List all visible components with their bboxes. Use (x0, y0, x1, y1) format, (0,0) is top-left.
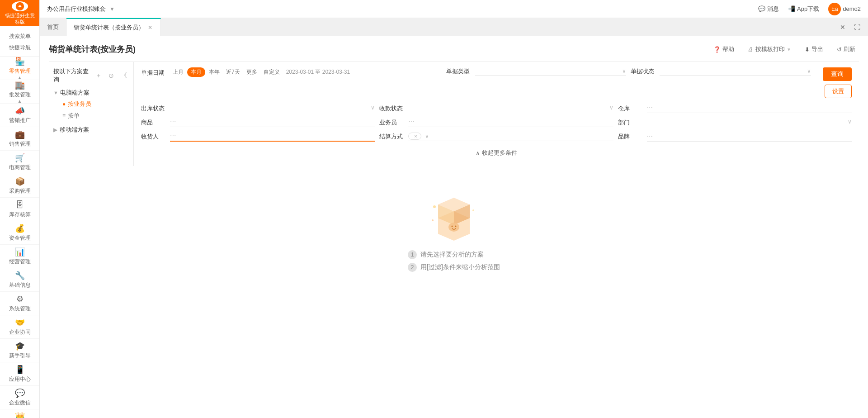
payment-tag-close[interactable]: × (414, 133, 417, 139)
add-scheme-button[interactable]: + (94, 71, 104, 81)
query-button[interactable]: 查询 (823, 67, 852, 81)
date-custom[interactable]: 自定义 (261, 67, 283, 77)
out-status-select[interactable]: ∨ (170, 104, 375, 111)
inventory-icon: 🗄 (16, 200, 24, 210)
sidebar-item-finance[interactable]: 💰 资金管理 (0, 221, 39, 245)
tabs-bar: 首页 销货单统计表（按业务员） ✕ ✕ ⛶ (40, 18, 868, 36)
date-this-month[interactable]: 本月 (187, 67, 205, 77)
sidebar-item-wechat[interactable]: 💬 企业微信 (0, 386, 39, 409)
marketing-icon: 📣 (15, 106, 25, 116)
dept-wrap[interactable]: ∨ (647, 119, 852, 126)
doc-type-wrap[interactable]: ∨ (475, 68, 627, 76)
sidebar-item-member[interactable]: 👑 畅会员 (0, 409, 39, 418)
doc-status-label: 单据状态 (631, 67, 656, 76)
settings-button[interactable]: 设置 (825, 85, 852, 98)
page-actions: ❓ 帮助 🖨 按模板打印 ▼ ⬇ 导出 ↺ 刷新 (710, 43, 859, 55)
goods-dots[interactable]: ··· (170, 118, 176, 126)
sidebar-item-operation[interactable]: 📊 经营管理 (0, 245, 39, 268)
sidebar-item-appcenter[interactable]: 📱 应用中心 (0, 362, 39, 386)
scheme-pc-toggle[interactable]: ▼ 电脑端方案 (53, 87, 129, 98)
tab-close-all-button[interactable]: ✕ (837, 22, 848, 33)
date-more[interactable]: 更多 (244, 67, 260, 77)
date-last-month[interactable]: 上月 (170, 67, 186, 77)
tab-fullscreen-button[interactable]: ⛶ (852, 22, 863, 33)
salesperson-dots[interactable]: ··· (408, 118, 414, 126)
sidebar-item-retail[interactable]: 🏪 零售管理 ▲ (0, 57, 39, 80)
collapse-bar[interactable]: ∧ 收起更多条件 (141, 146, 852, 161)
brand-wrap: ··· (647, 132, 852, 142)
warehouse-dots[interactable]: ··· (647, 104, 653, 112)
recv-status-wrap[interactable]: ∨ (408, 104, 613, 112)
out-status-chevron: ∨ (371, 104, 375, 111)
dept-select[interactable]: ∨ (647, 119, 852, 125)
scheme-mobile-toggle[interactable]: ▶ 移动端方案 (53, 124, 129, 135)
app-logo: 畅捷通好生意 标版 (0, 0, 40, 26)
message-button[interactable]: 💬 消息 (758, 5, 779, 13)
scheme-sub-order[interactable]: ≡ 按单 (53, 110, 129, 122)
empty-step-1: 1 请先选择要分析的方案 (408, 250, 484, 259)
step-1-text: 请先选择要分析的方案 (420, 251, 484, 259)
doc-type-select[interactable]: ∨ (475, 68, 627, 74)
sidebar-item-basic[interactable]: 🔧 基础信息 (0, 268, 39, 292)
app-download-button[interactable]: 📲 App下载 (788, 5, 819, 13)
sidebar-item-inventory[interactable]: 🗄 库存核算 (0, 198, 39, 221)
brand-dots[interactable]: ··· (647, 132, 653, 140)
enterprise-icon: 🤝 (15, 318, 25, 328)
filter-row-4: 收货人 ··· 结算方式 × (141, 132, 852, 142)
system-icon: ⚙ (16, 294, 24, 304)
print-button[interactable]: 🖨 按模板打印 ▼ (744, 43, 795, 55)
payment-tag: × (408, 133, 421, 140)
message-icon: 💬 (758, 5, 765, 12)
out-status-wrap[interactable]: ∨ (170, 104, 375, 112)
help-button[interactable]: ❓ 帮助 (710, 43, 738, 55)
page-title: 销货单统计表(按业务员) (49, 44, 136, 55)
svg-point-8 (455, 226, 457, 227)
svg-point-7 (452, 226, 453, 227)
tab-home[interactable]: 首页 (40, 18, 66, 36)
scheme-group-mobile: ▶ 移动端方案 (53, 124, 129, 135)
edit-scheme-button[interactable]: ⊙ (106, 71, 116, 81)
sidebar-item-newbie[interactable]: 🎓 新手引导 (0, 339, 39, 362)
tab-sales-stat[interactable]: 销货单统计表（按业务员） ✕ (66, 18, 161, 36)
refresh-icon: ↺ (837, 46, 842, 53)
recv-status-select[interactable]: ∨ (408, 104, 613, 111)
doc-status-select[interactable]: ∨ (660, 68, 811, 74)
topbar-dropdown-arrow[interactable]: ▼ (109, 6, 115, 12)
receiver-dots[interactable]: ··· (170, 132, 176, 140)
doc-status-wrap[interactable]: ∨ (660, 68, 811, 76)
empty-step-2: 2 用[过滤]条件来缩小分析范围 (408, 263, 500, 272)
sidebar-item-enterprise[interactable]: 🤝 企业协同 (0, 315, 39, 339)
topbar-left: 办公用品行业模拟账套 ▼ (47, 5, 115, 13)
date-this-year[interactable]: 本年 (206, 67, 222, 77)
sidebar-item-marketing[interactable]: 📣 营销推广 (0, 104, 39, 127)
date-last-7[interactable]: 近7天 (223, 67, 243, 77)
filter-dept-item: 部门 ∨ (618, 119, 852, 127)
sidebar-item-system[interactable]: ⚙ 系统管理 (0, 292, 39, 315)
wechat-icon: 💬 (15, 388, 25, 398)
sidebar-item-wholesale[interactable]: 🏬 批发管理 ▲ (0, 80, 39, 104)
sidebar-item-ecom[interactable]: 🛒 电商管理 (0, 151, 39, 174)
query-action-buttons: 查询 设置 (816, 67, 852, 98)
svg-point-10 (472, 209, 474, 211)
step-2-text: 用[过滤]条件来缩小分析范围 (420, 263, 500, 271)
shortcut-nav-item[interactable]: 快捷导航 (9, 42, 31, 53)
help-icon: ❓ (713, 46, 721, 53)
export-button[interactable]: ⬇ 导出 (801, 43, 827, 55)
search-menu-item[interactable]: 搜索菜单 (9, 31, 31, 42)
filter-goods-item: 商品 ··· (141, 118, 375, 127)
wholesale-icon: 🏬 (15, 80, 25, 90)
scheme-sub-salesperson[interactable]: ● 按业务员 (53, 98, 129, 110)
basic-icon: 🔧 (15, 271, 25, 280)
filter-row-3: 商品 ··· 业务员 ··· 部门 (141, 118, 852, 127)
doc-status-chevron: ∨ (807, 68, 811, 74)
refresh-button[interactable]: ↺ 刷新 (833, 43, 859, 55)
user-menu[interactable]: Ea demo2 (828, 3, 861, 15)
tab-close-button[interactable]: ✕ (147, 24, 153, 32)
warehouse-wrap: ··· (647, 104, 852, 113)
collapse-scheme-button[interactable]: 《 (119, 71, 129, 81)
sidebar-item-sales[interactable]: 💼 销售管理 (0, 127, 39, 151)
sidebar-item-purchase[interactable]: 📦 采购管理 (0, 174, 39, 198)
finance-icon: 💰 (15, 223, 25, 233)
recv-status-chevron: ∨ (609, 104, 613, 111)
dept-label: 部门 (618, 119, 643, 127)
